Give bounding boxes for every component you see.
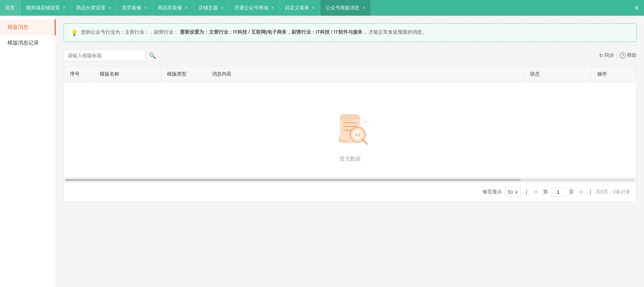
col-header-status: 状态: [524, 66, 591, 82]
help-button[interactable]: ? 帮助: [620, 52, 637, 59]
close-theme-icon[interactable]: ×: [221, 5, 224, 10]
nav-tab-open-mall[interactable]: 开通公众号商城 ×: [229, 0, 280, 16]
page-size-label: 每页显示: [483, 189, 502, 195]
nav-tab-custom-menu-label: 自定义菜单: [285, 4, 309, 11]
nav-tab-home-decor-label: 首页装修: [122, 4, 141, 11]
page-summary: 共0页，0条记录: [596, 189, 630, 195]
notice-emphasis: 需要设置为：主营行业：IT科技 / 互联网|电子商务，副营行业：IT科技 / I…: [180, 29, 367, 35]
close-custom-menu-icon[interactable]: ×: [312, 5, 315, 10]
notice-box: 💡 您的公众号行业为：主营行业：，副营行业： 需要设置为：主营行业：IT科技 /…: [64, 23, 637, 42]
search-icon: 🔍: [149, 52, 156, 59]
sidebar-item-template-msg-log[interactable]: 模版消息记录: [0, 35, 56, 51]
close-all-button[interactable]: ✕: [629, 4, 644, 12]
scroll-bar-area[interactable]: [64, 177, 636, 182]
nav-tab-template-msg-label: 公众号模版消息: [326, 4, 360, 11]
nav-tab-home-label: 首页: [5, 4, 15, 11]
last-page-button[interactable]: ⟩: [588, 188, 593, 196]
page-number-input[interactable]: [551, 187, 566, 197]
nav-tab-product-decor[interactable]: 商品页装修 ×: [152, 0, 193, 16]
page-label: 页: [569, 189, 574, 195]
next-page-icon: ＞: [578, 189, 583, 195]
svg-point-10: [364, 120, 366, 123]
nav-tab-category-label: 商品分类设置: [76, 4, 105, 11]
nav-tab-shop-settings-label: 微商城店铺设置: [26, 4, 60, 11]
main-content: 💡 您的公众号行业为：主营行业：，副营行业： 需要设置为：主营行业：IT科技 /…: [56, 16, 644, 287]
sidebar-item-template-msg-log-label: 模版消息记录: [7, 40, 39, 46]
close-home-decor-icon[interactable]: ×: [144, 5, 147, 10]
sidebar-item-template-msg-label: 模版消息: [7, 24, 28, 30]
search-left: 🔍: [64, 49, 156, 61]
search-input[interactable]: [64, 49, 146, 61]
col-header-index: 序号: [64, 66, 94, 82]
nav-tab-home-decor[interactable]: 首页装修 ×: [117, 0, 152, 16]
data-table: 序号 模版名称 模版类型 消息内容 状态 操作: [64, 66, 637, 202]
nav-tab-template-msg[interactable]: 公众号模版消息 ×: [320, 0, 371, 16]
close-template-msg-icon[interactable]: ×: [363, 5, 365, 10]
last-page-icon: ⟩: [589, 189, 591, 195]
notice-icon: 💡: [71, 29, 78, 36]
nav-tab-product-decor-label: 商品页装修: [158, 4, 182, 11]
prev-page-button[interactable]: ＜: [532, 188, 540, 196]
first-page-button[interactable]: ⟨: [524, 188, 529, 196]
svg-point-6: [353, 130, 363, 140]
nav-tab-custom-menu[interactable]: 自定义菜单 ×: [280, 0, 320, 16]
top-nav: 首页 微商城店铺设置 × 商品分类设置 × 首页装修 × 商品页装修 × 店铺主…: [0, 0, 644, 16]
svg-point-12: [363, 118, 364, 120]
empty-state: 暂无数据: [64, 82, 636, 177]
page-size-value: 50: [508, 189, 513, 195]
sync-label: 同步: [604, 52, 614, 59]
page-di-label: 第: [543, 189, 548, 195]
svg-point-11: [367, 125, 369, 126]
next-page-button[interactable]: ＞: [577, 188, 585, 196]
search-bar: 🔍 ↻ 同步 | ? 帮助: [64, 49, 637, 61]
nav-tab-shop-settings[interactable]: 微商城店铺设置 ×: [21, 0, 71, 16]
empty-text: 暂无数据: [340, 156, 361, 162]
nav-tab-theme-label: 店铺主题: [198, 4, 218, 11]
close-shop-settings-icon[interactable]: ×: [63, 5, 65, 10]
close-open-mall-icon[interactable]: ×: [271, 5, 274, 10]
col-header-action: 操作: [591, 66, 636, 82]
col-header-content: 消息内容: [206, 66, 524, 82]
pagination: 每页显示 50 ∨ ⟨ ＜ 第 页 ＞ ⟩: [64, 182, 636, 202]
help-label: 帮助: [627, 52, 637, 59]
scroll-thumb[interactable]: [65, 179, 521, 181]
notice-text: 您的公众号行业为：主营行业：，副营行业： 需要设置为：主营行业：IT科技 / 互…: [81, 29, 427, 36]
dropdown-icon: ∨: [515, 189, 518, 195]
nav-tab-home[interactable]: 首页: [0, 0, 21, 16]
close-category-icon[interactable]: ×: [108, 5, 111, 10]
notice-prefix: 您的公众号行业为：主营行业：，副营行业：: [81, 29, 178, 35]
nav-tab-open-mall-label: 开通公众号商城: [234, 4, 268, 11]
col-header-name: 模版名称: [94, 66, 161, 82]
page-size-select[interactable]: 50 ∨: [505, 187, 521, 197]
empty-illustration: [328, 105, 373, 150]
first-page-icon: ⟨: [526, 189, 527, 195]
search-divider: |: [616, 53, 617, 58]
page-layout: 模版消息 模版消息记录 💡 您的公众号行业为：主营行业：，副营行业： 需要设置为…: [0, 16, 644, 287]
nav-tab-category[interactable]: 商品分类设置 ×: [71, 0, 117, 16]
help-icon: ?: [620, 52, 626, 58]
search-right: ↻ 同步 | ? 帮助: [599, 52, 637, 59]
sync-button[interactable]: ↻ 同步: [599, 52, 614, 59]
sidebar: 模版消息 模版消息记录: [0, 16, 56, 287]
svg-line-7: [363, 140, 367, 144]
sidebar-item-template-msg[interactable]: 模版消息: [0, 19, 56, 35]
close-product-decor-icon[interactable]: ×: [185, 5, 188, 10]
notice-suffix: 才能正常发送预置的消息。: [369, 29, 427, 35]
sync-icon: ↻: [599, 53, 603, 58]
col-header-type: 模版类型: [161, 66, 206, 82]
scroll-track[interactable]: [65, 179, 635, 181]
nav-tab-theme[interactable]: 店铺主题 ×: [193, 0, 229, 16]
prev-page-icon: ＜: [533, 189, 539, 195]
table-header: 序号 模版名称 模版类型 消息内容 状态 操作: [64, 66, 636, 82]
search-button[interactable]: 🔍: [149, 52, 156, 59]
